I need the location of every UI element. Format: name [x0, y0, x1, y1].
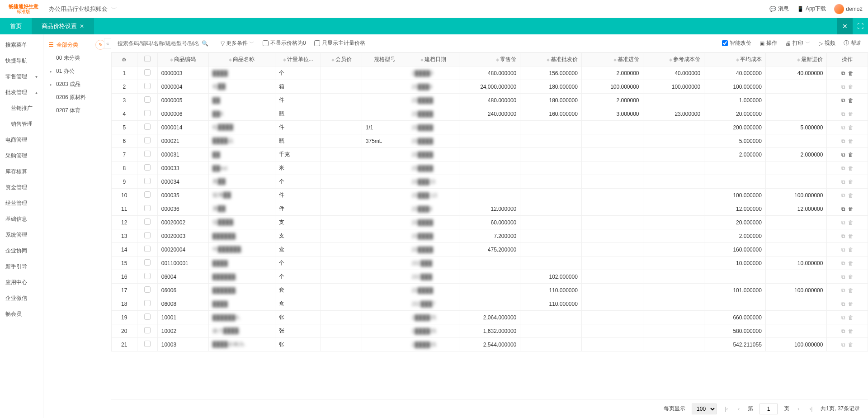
category-item[interactable]: ▸0203 成品	[46, 78, 108, 91]
nav-item[interactable]: 企业协同	[0, 243, 43, 259]
next-page-button[interactable]: ›	[796, 406, 801, 412]
category-item[interactable]: 0206 原材料	[46, 91, 108, 104]
delete-icon[interactable]: 🗑	[848, 247, 854, 253]
print-menu[interactable]: 🖨打印﹀	[785, 39, 811, 47]
table-row[interactable]: 9000034奥██个20███23⧉🗑	[112, 175, 868, 189]
row-checkbox[interactable]	[144, 137, 151, 143]
row-checkbox[interactable]	[144, 286, 151, 293]
copy-icon[interactable]: ⧉	[841, 233, 845, 239]
copy-icon[interactable]: ⧉	[841, 301, 845, 307]
copy-icon[interactable]: ⧉	[841, 314, 845, 321]
table-row[interactable]: 2010002扬力████.张2████051,632.000000580.00…	[112, 324, 868, 338]
copy-icon[interactable]: ⧉	[841, 84, 845, 90]
nav-item[interactable]: 系统管理	[0, 227, 43, 243]
table-row[interactable]: 10000003████个2████0480.000000156.0000002…	[112, 66, 868, 80]
table-row[interactable]: 7000031██千克20████2.0000002.000000⧉🗑	[112, 148, 868, 162]
nav-item[interactable]: 企业微信	[0, 290, 43, 306]
col-retail[interactable]: ◆零售价	[459, 53, 520, 66]
delete-icon[interactable]: 🗑	[848, 260, 854, 266]
delete-icon[interactable]: 🗑	[848, 287, 854, 294]
col-whole[interactable]: ◆基准批发价	[520, 53, 582, 66]
more-filters[interactable]: ▽更多条件﹀	[221, 39, 255, 47]
row-checkbox[interactable]	[144, 151, 151, 157]
first-page-button[interactable]: |‹	[723, 406, 730, 412]
table-row[interactable]: 20000004收██箱20███824,000.000000180.00000…	[112, 80, 868, 94]
copy-icon[interactable]: ⧉	[841, 152, 845, 158]
copy-icon[interactable]: ⧉	[841, 287, 845, 294]
col-date[interactable]: ◆建档日期	[408, 53, 459, 66]
table-row[interactable]: 15001100001████个202███10.00000010.000000…	[112, 256, 868, 270]
delete-icon[interactable]: 🗑	[848, 152, 854, 158]
row-checkbox[interactable]	[144, 259, 151, 266]
delete-icon[interactable]: 🗑	[848, 219, 854, 226]
table-row[interactable]: 1300020003██████.支20████7.2000002.000000…	[112, 229, 868, 243]
table-row[interactable]: 10000035玻璃██件20███-13100.000000100.00000…	[112, 189, 868, 202]
col-code[interactable]: ◆商品编码	[157, 53, 208, 66]
col-settings[interactable]: ⚙	[112, 53, 137, 66]
table-row[interactable]: 1606004██████.个202███102.000000⧉🗑	[112, 270, 868, 284]
table-row[interactable]: 1806008████盒202███7110.000000⧉🗑	[112, 297, 868, 311]
nav-item[interactable]: 库存核算	[0, 164, 43, 180]
nav-item[interactable]: 电商管理	[0, 132, 43, 148]
col-refcost[interactable]: ◆参考成本价	[643, 53, 704, 66]
search-input[interactable]	[118, 40, 199, 47]
fullscreen-button[interactable]: ⛶	[853, 18, 868, 34]
table-row[interactable]: 11000036测██件20███812.00000012.00000012.0…	[112, 202, 868, 216]
tab-close-button[interactable]: ✕	[837, 18, 853, 34]
table-row[interactable]: 1400020004中██████.盒20████475.200000160.0…	[112, 243, 868, 256]
video-link[interactable]: ▷视频	[819, 39, 835, 47]
copy-icon[interactable]: ⧉	[841, 342, 845, 348]
row-checkbox[interactable]	[144, 83, 151, 89]
search-box[interactable]: 🔍	[118, 40, 212, 47]
delete-icon[interactable]: 🗑	[848, 111, 854, 117]
col-unit[interactable]: ◆计量单位...	[275, 53, 321, 66]
copy-icon[interactable]: ⧉	[841, 260, 845, 266]
nav-item[interactable]: 批发管理▴	[0, 85, 43, 100]
app-download-link[interactable]: 📱App下载	[797, 5, 826, 13]
close-icon[interactable]: ✕	[80, 23, 84, 29]
row-checkbox[interactable]	[144, 69, 151, 76]
copy-icon[interactable]: ⧉	[841, 179, 845, 185]
nav-item[interactable]: 快捷导航	[0, 53, 43, 69]
delete-icon[interactable]: 🗑	[848, 274, 854, 280]
last-page-button[interactable]: ›|	[807, 406, 814, 412]
table-row[interactable]: 40000006██K瓶20████240.000000160.0000003.…	[112, 107, 868, 121]
row-checkbox[interactable]	[144, 273, 151, 279]
delete-icon[interactable]: 🗑	[848, 165, 854, 171]
nav-sub-item[interactable]: 营销推广	[0, 100, 43, 116]
category-item[interactable]: 00 未分类	[46, 52, 108, 65]
category-item[interactable]: ▸01 办公	[46, 65, 108, 78]
help-link[interactable]: ⓘ帮助	[844, 39, 862, 47]
row-checkbox[interactable]	[144, 96, 151, 103]
delete-icon[interactable]: 🗑	[848, 70, 854, 76]
table-row[interactable]: 30000005██件20████480.000000180.0000002.0…	[112, 94, 868, 107]
row-checkbox[interactable]	[144, 327, 151, 333]
per-page-select[interactable]: 100	[692, 404, 717, 414]
col-avg[interactable]: ◆平均成本	[704, 53, 766, 66]
category-all[interactable]: ☰ 全部分类 ✎	[46, 38, 108, 52]
checkbox[interactable]	[144, 56, 151, 62]
row-checkbox[interactable]	[144, 232, 151, 238]
main-unit-checkbox[interactable]: 只显示主计量价格	[314, 39, 365, 47]
copy-icon[interactable]: ⧉	[841, 70, 845, 76]
table-row[interactable]: 1910001██████A.张2████052,064.000000660.0…	[112, 311, 868, 324]
delete-icon[interactable]: 🗑	[848, 328, 854, 334]
table-row[interactable]: 8000033██est米20████⧉🗑	[112, 162, 868, 175]
delete-icon[interactable]: 🗑	[848, 192, 854, 199]
category-item[interactable]: 0207 体育	[46, 104, 108, 117]
nav-item[interactable]: 基础信息	[0, 211, 43, 227]
search-icon[interactable]: 🔍	[202, 40, 208, 47]
smart-price-toggle[interactable]: 智能改价	[722, 39, 751, 47]
account-selector[interactable]: 办公用品行业模拟账套 ﹀	[49, 5, 117, 13]
copy-icon[interactable]: ⧉	[841, 97, 845, 104]
row-checkbox[interactable]	[144, 341, 151, 347]
nav-item[interactable]: 畅会员	[0, 306, 43, 322]
delete-icon[interactable]: 🗑	[848, 84, 854, 90]
delete-icon[interactable]: 🗑	[848, 138, 854, 144]
col-check[interactable]	[137, 53, 157, 66]
col-name[interactable]: ◆商品名称	[208, 53, 275, 66]
delete-icon[interactable]: 🗑	[848, 233, 854, 239]
row-checkbox[interactable]	[144, 164, 151, 171]
table-row[interactable]: 50000014杜████件1/120████200.0000005.00000…	[112, 121, 868, 134]
row-checkbox[interactable]	[144, 124, 151, 130]
